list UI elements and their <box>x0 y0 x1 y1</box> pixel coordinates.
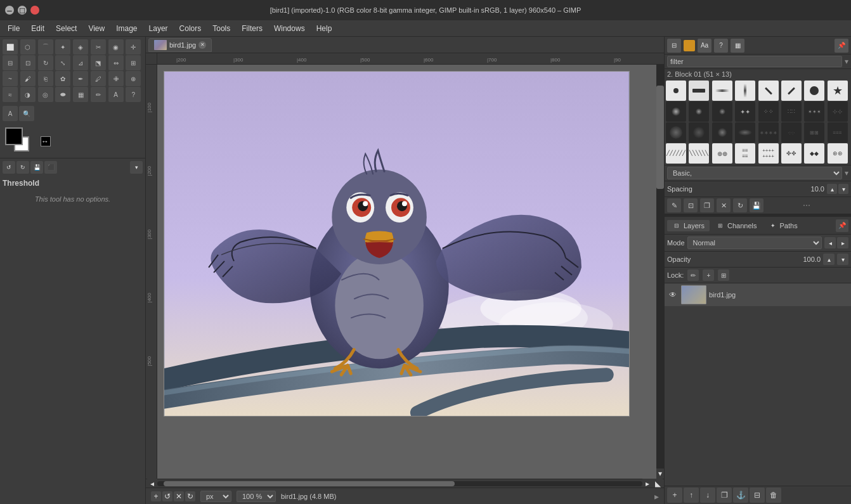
brush-cell[interactable]: ✶✶✶ <box>804 101 824 122</box>
swap-colors-icon[interactable]: ↔ <box>41 136 51 146</box>
mode-next-arrow[interactable]: ▸ <box>837 237 848 249</box>
brush-cell[interactable]: ≡≡≡ <box>828 122 848 143</box>
tool-warp[interactable]: ~ <box>3 71 18 86</box>
unit-selector[interactable]: px mm in <box>200 491 231 502</box>
horizontal-scrollbar[interactable]: ◂ ▸ ◣ <box>146 479 664 488</box>
tool-blur-sharpen[interactable]: ◎ <box>38 87 53 102</box>
menu-edit[interactable]: Edit <box>26 23 49 34</box>
brush-cell[interactable] <box>666 81 686 101</box>
brush-cell[interactable]: ∷∷ <box>781 101 802 122</box>
mode-prev-arrow[interactable]: ◂ <box>824 237 836 249</box>
brush-cell[interactable] <box>781 81 802 101</box>
canvas-tab-bird1[interactable]: bird1.jpg ✕ <box>148 38 212 52</box>
brush-cell[interactable]: ✤✤ <box>781 143 802 164</box>
canvas-tab-close-button[interactable]: ✕ <box>198 41 206 49</box>
scroll-to-end-icon[interactable]: ▸ <box>642 479 653 488</box>
brushes-filter-input[interactable] <box>667 56 842 67</box>
brush-delete-icon[interactable]: ✕ <box>717 198 731 212</box>
zoom-selector[interactable]: 100 % 50 % 200 % <box>237 491 276 502</box>
layers-tab-channels[interactable]: ⊞ Channels <box>711 220 762 231</box>
tool-opt-redo[interactable]: ↻ <box>16 161 29 174</box>
tool-shear[interactable]: ⊿ <box>73 55 88 70</box>
tool-smudge[interactable]: ≈ <box>3 87 18 102</box>
tool-airbrush[interactable]: ✿ <box>55 71 70 86</box>
tool-color-picker[interactable]: A <box>3 106 18 121</box>
tool-cage[interactable]: ⊞ <box>126 55 141 70</box>
statusbar-arrow-icon[interactable]: ▸ <box>654 491 659 501</box>
tool-opt-undo[interactable]: ↺ <box>3 161 15 174</box>
menu-help[interactable]: Help <box>311 23 337 34</box>
brush-cell[interactable]: ⊞⊞ <box>804 122 824 143</box>
brush-cell[interactable]: ◆◆ <box>804 143 824 164</box>
tool-bucket-fill[interactable]: ⬬ <box>55 87 70 102</box>
lock-alpha-icon[interactable]: ⊞ <box>718 269 729 281</box>
opacity-increment[interactable]: ▴ <box>823 254 835 265</box>
menu-layer[interactable]: Layer <box>144 23 173 34</box>
scroll-to-bottom-icon[interactable]: ▾ <box>656 468 664 479</box>
close-button[interactable] <box>30 6 39 15</box>
tool-foreground-select[interactable]: ◉ <box>108 39 124 55</box>
brush-cell[interactable]: ╲╲╲╲╲╲ <box>689 143 709 164</box>
tool-paintbrush[interactable]: 🖌 <box>20 71 36 86</box>
minimize-button[interactable]: – <box>5 6 14 15</box>
tool-scissors[interactable]: ✂ <box>91 39 106 55</box>
layer-visibility-toggle[interactable]: 👁 <box>667 289 679 300</box>
lock-position-icon[interactable]: + <box>703 269 714 281</box>
tool-perspective[interactable]: ⬔ <box>91 55 106 70</box>
mode-selector[interactable]: Normal Multiply Screen Overlay <box>687 236 822 249</box>
tool-mypainthbrush[interactable]: 🖊 <box>91 71 106 86</box>
tool-scale[interactable]: ⤡ <box>55 55 70 70</box>
statusbar-undo-icon[interactable]: ↺ <box>162 491 172 501</box>
tool-unknown[interactable]: ? <box>126 87 141 102</box>
canvas-viewport[interactable]: ▾ <box>157 65 664 479</box>
tool-crop[interactable]: ⊡ <box>20 55 36 70</box>
brush-cell[interactable] <box>804 81 824 101</box>
brush-cell[interactable] <box>689 101 709 122</box>
tool-text[interactable]: A <box>108 87 124 102</box>
spacing-decrement[interactable]: ▾ <box>838 184 848 194</box>
menu-windows[interactable]: Windows <box>269 23 310 34</box>
rp-pin-icon[interactable]: 📌 <box>835 39 848 53</box>
brush-cell[interactable]: ⊛⊛ <box>828 143 848 164</box>
layer-row[interactable]: 👁 bird1.jpg <box>665 283 851 307</box>
rp-prefs-icon[interactable]: ▦ <box>731 39 744 53</box>
tool-fuzzy-select[interactable]: ✦ <box>55 39 70 55</box>
tool-rotate[interactable]: ↻ <box>38 55 53 70</box>
tool-heal[interactable]: ✙ <box>108 71 124 86</box>
tool-ink[interactable]: ✒ <box>73 71 88 86</box>
brush-cell[interactable]: ≡≡≡≡ <box>735 143 755 164</box>
brush-cell[interactable] <box>712 101 732 122</box>
maximize-button[interactable]: □ <box>18 6 27 15</box>
brush-cell[interactable] <box>758 81 779 101</box>
layers-anchor-btn[interactable]: ⚓ <box>733 488 748 503</box>
layers-tab-paths[interactable]: ✦ Paths <box>763 220 803 231</box>
rp-tool-icon[interactable]: ⊟ <box>667 39 681 53</box>
brush-cell[interactable] <box>666 122 686 143</box>
tool-options-menu[interactable]: ▾ <box>130 161 143 174</box>
rp-color-icon[interactable] <box>684 40 695 51</box>
lock-pixels-icon[interactable]: ✏ <box>687 269 699 281</box>
tool-clone[interactable]: ⊕ <box>126 71 141 86</box>
tool-blend[interactable]: ▦ <box>73 87 88 102</box>
brush-edit-icon[interactable]: ✎ <box>667 198 681 212</box>
brush-cell[interactable] <box>689 122 709 143</box>
tool-free-select[interactable]: ⌒ <box>38 39 53 55</box>
rp-font-icon[interactable]: Aa <box>698 39 711 53</box>
brushes-type-arrow[interactable]: ▾ <box>845 169 848 178</box>
scroll-to-corner-icon[interactable]: ◣ <box>653 479 663 488</box>
layers-duplicate-btn[interactable]: ❐ <box>717 488 732 503</box>
statusbar-new-icon[interactable]: + <box>151 491 161 501</box>
brush-cell[interactable]: ⊹⊹ <box>828 101 848 122</box>
layers-lower-btn[interactable]: ↓ <box>700 488 715 503</box>
tool-move[interactable]: ✛ <box>126 39 141 55</box>
spacing-increment[interactable]: ▴ <box>827 184 837 194</box>
tool-ellipse-select[interactable]: ⬡ <box>20 39 36 55</box>
brush-cell[interactable]: ++++++++ <box>758 143 779 164</box>
brush-cell[interactable]: ·:·:· <box>781 122 802 143</box>
tool-select-by-color[interactable]: ◈ <box>73 39 88 55</box>
brush-cell[interactable] <box>735 122 755 143</box>
opacity-decrement[interactable]: ▾ <box>837 254 848 265</box>
tool-opt-save[interactable]: 💾 <box>30 161 43 174</box>
scroll-to-start-icon[interactable]: ◂ <box>147 479 157 488</box>
menu-colors[interactable]: Colors <box>174 23 207 34</box>
